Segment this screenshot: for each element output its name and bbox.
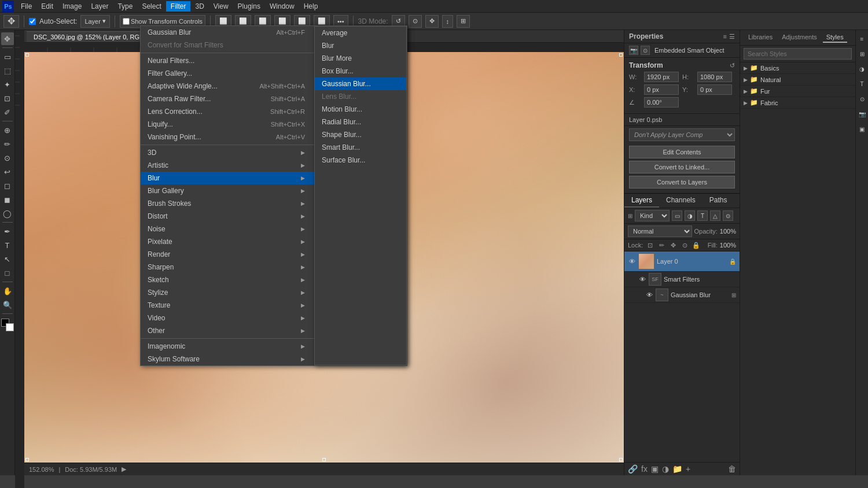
layers-link-btn[interactable]: 🔗 (628, 464, 638, 474)
filter-type-btn[interactable]: T (697, 210, 708, 221)
filter-gallery[interactable]: Filter Gallery... (141, 67, 314, 80)
transform-handle-bc[interactable] (322, 458, 326, 461)
gaussian-blur-item[interactable]: 👁 ~ Gaussian Blur ⊞ (624, 287, 740, 303)
transform-handle-bl[interactable] (25, 458, 29, 461)
styles-group-natural[interactable]: ▶ 📁 Natural (740, 74, 855, 86)
filter-gaussian-blur-quick[interactable]: Gaussian Blur Alt+Ctrl+F (141, 26, 314, 39)
eraser-tool[interactable]: ◻ (1, 179, 14, 192)
panel-icon-1[interactable]: ≡ (856, 32, 869, 45)
gaussian-blur-visibility[interactable]: 👁 (645, 291, 653, 299)
adjustments-btn[interactable]: Adjustments (778, 32, 821, 43)
panel-icon-2[interactable]: ⊞ (856, 47, 869, 60)
crop-tool[interactable]: ⊡ (1, 92, 14, 105)
3d-scale-btn[interactable]: ⊞ (457, 15, 470, 28)
auto-select-dropdown[interactable]: Layer▾ (80, 15, 110, 28)
h-input[interactable] (697, 72, 732, 82)
styles-btn[interactable]: Styles (823, 32, 847, 43)
panel-icon-5[interactable]: ⊙ (856, 93, 869, 105)
transform-handle-tl[interactable] (25, 53, 29, 57)
filter-pixel-btn[interactable]: ▭ (672, 210, 682, 221)
transform-handle-br[interactable] (619, 458, 623, 461)
color-swatch[interactable] (1, 319, 14, 331)
blur-smart[interactable]: Smart Blur... (315, 141, 406, 154)
w-input[interactable] (644, 72, 679, 82)
path-select-tool[interactable]: ↖ (1, 253, 14, 265)
properties-expand-btn[interactable]: ≡ (723, 33, 727, 40)
filter-video[interactable]: Video▶ (141, 312, 314, 324)
brush-tool[interactable]: ✏ (1, 138, 14, 150)
layers-delete-btn[interactable]: 🗑 (728, 464, 736, 474)
layer-comp-select[interactable]: Don't Apply Layer Comp (629, 128, 735, 141)
smart-filters-item[interactable]: 👁 SF Smart Filters (624, 272, 740, 287)
lasso-tool[interactable]: ⬚ (1, 64, 14, 77)
transform-handle-tr[interactable] (619, 53, 623, 57)
blur-average[interactable]: Average (315, 27, 406, 39)
layers-adj-btn[interactable]: ◑ (662, 464, 669, 474)
filter-vanishing-point[interactable]: Vanishing Point... Alt+Ctrl+V (141, 131, 314, 143)
eyedropper-tool[interactable]: ✐ (1, 106, 14, 119)
filter-distort[interactable]: Distort▶ (141, 210, 314, 223)
marquee-tool[interactable]: ▭ (1, 50, 14, 63)
styles-group-fur[interactable]: ▶ 📁 Fur (740, 86, 855, 97)
blur-lens[interactable]: Lens Blur... (315, 90, 406, 103)
libraries-btn[interactable]: Libraries (745, 32, 776, 43)
filter-convert-smart[interactable]: Convert for Smart Filters (141, 39, 314, 51)
panel-icon-7[interactable]: ▣ (856, 123, 869, 135)
filter-skylum[interactable]: Skylum Software▶ (141, 353, 314, 365)
filter-texture[interactable]: Texture▶ (141, 299, 314, 312)
menu-window[interactable]: Window (265, 1, 299, 12)
styles-group-basics[interactable]: ▶ 📁 Basics (740, 62, 855, 74)
blur-more[interactable]: Blur More (315, 52, 406, 65)
filter-adjust-btn[interactable]: ◑ (685, 210, 695, 221)
auto-select-checkbox[interactable] (29, 18, 36, 25)
panel-icon-6[interactable]: 📷 (856, 108, 869, 120)
menu-plugins[interactable]: Plugins (233, 1, 265, 12)
blur-gaussian[interactable]: Gaussian Blur... (315, 77, 406, 90)
layer-0-visibility[interactable]: 👁 (628, 257, 636, 265)
filter-blur-gallery[interactable]: Blur Gallery▶ (141, 184, 314, 197)
lock-artboard-btn[interactable]: ⊙ (680, 241, 689, 250)
type-tool[interactable]: T (1, 239, 14, 252)
layer-0-item[interactable]: 👁 Layer 0 🔒 (624, 252, 740, 272)
blur-surface[interactable]: Surface Blur... (315, 154, 406, 167)
x-input[interactable] (644, 84, 679, 95)
filter-smart-btn[interactable]: ⊙ (723, 210, 733, 221)
blur-box[interactable]: Box Blur... (315, 65, 406, 77)
menu-view[interactable]: View (209, 1, 233, 12)
styles-group-fabric[interactable]: ▶ 📁 Fabric (740, 97, 855, 109)
layers-new-btn[interactable]: + (686, 464, 690, 474)
lock-all-btn[interactable]: 🔒 (692, 241, 701, 250)
filter-shape-btn[interactable]: △ (710, 210, 720, 221)
filter-brush-strokes[interactable]: Brush Strokes▶ (141, 197, 314, 210)
filter-sketch[interactable]: Sketch▶ (141, 273, 314, 286)
3d-pan-btn[interactable]: ✥ (425, 15, 439, 28)
y-input[interactable] (697, 84, 732, 95)
panel-icon-4[interactable]: T (856, 77, 869, 90)
blur-radial[interactable]: Radial Blur... (315, 116, 406, 128)
convert-to-linked-btn[interactable]: Convert to Linked... (629, 161, 735, 173)
3d-slide-btn[interactable]: ↕ (442, 15, 454, 28)
menu-layer[interactable]: Layer (86, 1, 113, 12)
panel-icon-3[interactable]: ◑ (856, 62, 869, 75)
angle-input[interactable] (644, 97, 679, 108)
layers-mask-btn[interactable]: ▣ (651, 464, 659, 474)
filter-stylize[interactable]: Stylize▶ (141, 286, 314, 299)
menu-image[interactable]: Image (58, 1, 86, 12)
stamp-tool[interactable]: ⊙ (1, 151, 14, 164)
filter-other[interactable]: Other▶ (141, 324, 314, 337)
blend-mode-select[interactable]: Normal (628, 225, 692, 237)
filter-liquify[interactable]: Liquify... Shift+Ctrl+X (141, 118, 314, 131)
lock-pixels-btn[interactable]: ✏ (657, 241, 666, 250)
status-arrow[interactable]: ▶ (122, 465, 126, 473)
blur-shape[interactable]: Shape Blur... (315, 128, 406, 141)
menu-file[interactable]: File (16, 1, 36, 12)
pen-tool[interactable]: ✒ (1, 225, 14, 238)
filter-sharpen[interactable]: Sharpen▶ (141, 261, 314, 273)
filter-noise[interactable]: Noise▶ (141, 223, 314, 235)
menu-3d[interactable]: 3D (190, 1, 208, 12)
blur-motion[interactable]: Motion Blur... (315, 103, 406, 116)
move-tool-btn[interactable]: ✥ (3, 15, 19, 28)
dodge-tool[interactable]: ◯ (1, 207, 14, 220)
blur-blur[interactable]: Blur (315, 39, 406, 52)
styles-search-input[interactable] (744, 48, 852, 60)
